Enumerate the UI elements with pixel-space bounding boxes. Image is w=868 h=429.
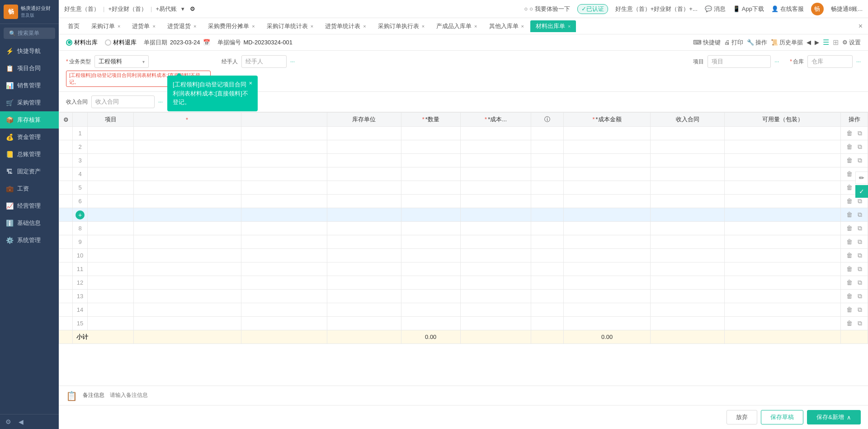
row-spec-cell[interactable] [241, 195, 327, 208]
business-type-select[interactable]: 工程领料 ▾ [94, 55, 149, 68]
row-spec-cell[interactable] [241, 167, 327, 181]
row-cost-amount-cell[interactable] [563, 262, 651, 276]
row-qty-cell[interactable] [401, 249, 460, 262]
settings-gear-btn[interactable]: ⚙ 设置 [842, 38, 861, 47]
row-cost-price-cell[interactable] [460, 262, 531, 276]
copy-row-btn[interactable]: ⧉ [856, 210, 864, 219]
row-cost-price-cell[interactable] [460, 303, 531, 317]
row-material-cell[interactable] [134, 303, 241, 317]
tab-inbound-return[interactable]: 进货退货 × [162, 20, 202, 32]
warehouse-input[interactable]: 仓库 [807, 55, 853, 68]
row-material-cell[interactable] [134, 235, 241, 249]
sidebar-item-basic-info[interactable]: ℹ️ 基础信息 [0, 214, 59, 232]
row-qty-cell[interactable] [401, 290, 460, 303]
income-contract-input[interactable]: 收入合同 [91, 95, 155, 108]
row-project-cell[interactable] [88, 140, 134, 154]
radio-outbound[interactable]: 材料出库 [66, 38, 98, 47]
tab-purchase-exec[interactable]: 采购订单执行表 × [373, 20, 430, 32]
notes-input[interactable] [110, 390, 861, 400]
row-cost-price-cell[interactable] [460, 154, 531, 167]
row-project-cell[interactable] [88, 276, 134, 290]
doc-date-value[interactable]: 2023-03-24 [170, 39, 200, 46]
sidebar-item-fixed-assets[interactable]: 🏗 固定资产 [0, 163, 59, 180]
delete-row-btn[interactable]: 🗑 [844, 305, 854, 314]
row-cost-amount-cell[interactable] [563, 276, 651, 290]
delete-row-btn[interactable]: 🗑 [844, 129, 854, 138]
delete-row-btn[interactable]: 🗑 [844, 264, 854, 273]
row-material-cell[interactable] [134, 181, 241, 195]
topbar-settings-icon[interactable]: ⚙ [190, 5, 195, 12]
copy-row-btn[interactable]: ⧉ [856, 142, 864, 152]
row-cost-price-cell[interactable] [460, 208, 531, 222]
tooltip-close-btn[interactable]: × [249, 80, 252, 86]
dropdown-icon[interactable]: ▾ [181, 5, 184, 12]
tab-inbound[interactable]: 进货单 × [127, 20, 160, 32]
copy-row-btn[interactable]: ⧉ [856, 129, 864, 138]
grid-view-icon[interactable]: ⊞ [833, 38, 839, 47]
row-spec-cell[interactable] [241, 181, 327, 195]
row-cost-price-cell[interactable] [460, 276, 531, 290]
quick-key-btn[interactable]: ⌨ 快捷键 [693, 38, 721, 47]
row-qty-cell[interactable] [401, 317, 460, 330]
tab-close[interactable]: × [521, 24, 524, 29]
row-project-cell[interactable] [88, 249, 134, 262]
row-spec-cell[interactable] [241, 262, 327, 276]
row-cost-amount-cell[interactable] [563, 140, 651, 154]
tab-material-outbound[interactable]: 材料出库单 × [530, 20, 576, 32]
delete-row-btn[interactable]: 🗑 [844, 237, 854, 246]
row-material-cell[interactable] [134, 167, 241, 181]
copy-row-btn[interactable]: ⧉ [856, 264, 864, 274]
sidebar-item-payroll[interactable]: 💼 工资 [0, 180, 59, 197]
row-project-cell[interactable] [88, 303, 134, 317]
tab-inbound-stats[interactable]: 进货单统计表 × [320, 20, 371, 32]
row-spec-cell[interactable] [241, 249, 327, 262]
discard-button[interactable]: 放弃 [726, 410, 757, 424]
row-spec-cell[interactable] [241, 127, 327, 140]
row-project-cell[interactable] [88, 208, 134, 222]
sidebar-item-finance[interactable]: 💰 资金管理 [0, 129, 59, 146]
income-contract-link[interactable]: ··· [158, 99, 163, 105]
row-project-cell[interactable] [88, 181, 134, 195]
row-spec-cell[interactable] [241, 235, 327, 249]
tab-other-inbound[interactable]: 其他入库单 × [484, 20, 529, 32]
row-material-cell[interactable] [134, 249, 241, 262]
operation-btn[interactable]: 🔧 操作 [747, 38, 767, 47]
row-qty-cell[interactable] [401, 127, 460, 140]
row-material-cell[interactable] [134, 262, 241, 276]
tab-close[interactable]: × [568, 24, 571, 29]
row-cost-amount-cell[interactable] [563, 222, 651, 235]
add-row-button[interactable]: + [75, 210, 85, 219]
calendar-icon[interactable]: 📅 [203, 39, 210, 46]
row-material-cell[interactable] [134, 195, 241, 208]
delete-row-btn[interactable]: 🗑 [844, 169, 854, 178]
row-project-cell[interactable] [88, 167, 134, 181]
row-project-cell[interactable] [88, 127, 134, 140]
tab-close[interactable]: × [422, 24, 425, 29]
row-qty-cell[interactable] [401, 222, 460, 235]
handler-link[interactable]: ··· [290, 58, 295, 65]
tab-purchase-fee[interactable]: 采购费用分摊单 × [203, 20, 260, 32]
row-qty-cell[interactable] [401, 154, 460, 167]
row-qty-cell[interactable] [401, 303, 460, 317]
row-material-cell[interactable] [134, 222, 241, 235]
row-spec-cell[interactable] [241, 303, 327, 317]
row-material-cell[interactable] [134, 290, 241, 303]
project-input[interactable]: 项目 [708, 55, 771, 68]
row-project-cell[interactable] [88, 235, 134, 249]
tab-close[interactable]: × [311, 24, 313, 29]
row-cost-price-cell[interactable] [460, 140, 531, 154]
tab-close[interactable]: × [152, 24, 155, 29]
app-download-btn[interactable]: 📱 App下载 [733, 5, 764, 13]
settings-icon[interactable]: ⚙ [5, 418, 11, 425]
sidebar-item-accounting[interactable]: 📒 总账管理 [0, 146, 59, 163]
row-spec-cell[interactable] [241, 154, 327, 167]
experience-btn[interactable]: ○ ○ 我要体验一下 [524, 5, 570, 13]
row-cost-price-cell[interactable] [460, 317, 531, 330]
tab-close[interactable]: × [118, 24, 120, 29]
row-cost-price-cell[interactable] [460, 167, 531, 181]
copy-row-btn[interactable]: ⧉ [856, 291, 864, 301]
delete-row-btn[interactable]: 🗑 [844, 210, 854, 219]
row-cost-amount-cell[interactable] [563, 181, 651, 195]
row-spec-cell[interactable] [241, 208, 327, 222]
tab-close[interactable]: × [363, 24, 366, 29]
